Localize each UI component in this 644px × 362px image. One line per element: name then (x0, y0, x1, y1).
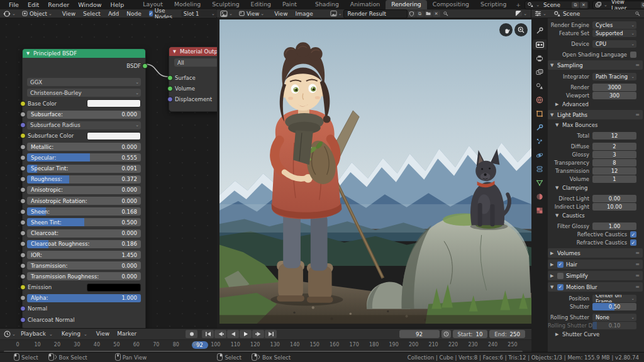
input-socket-gray[interactable] (20, 177, 26, 182)
output-target-row[interactable]: All (174, 58, 218, 67)
input-socket-gray[interactable] (20, 231, 26, 236)
slider-ior[interactable]: IOR:1.450 (27, 251, 141, 259)
material-output-node[interactable]: ▼ Material Output All SurfaceVolumeDispl… (169, 47, 218, 112)
slider-transmission[interactable]: Transmission:0.000 (27, 261, 141, 270)
field-rolling-shutter[interactable]: None⌄ (592, 314, 636, 321)
dropdown-subsurface-radius[interactable]: Subsurface Radius⌄ (27, 121, 141, 129)
input-socket-gray[interactable] (20, 295, 26, 301)
panel-motion-blur[interactable]: ▼✓Motion Blur≡ (548, 282, 643, 292)
render-result-view[interactable] (217, 18, 532, 328)
field-direct-light[interactable]: 0.00 (592, 195, 636, 202)
bsdf-node-header[interactable]: ▼ Principled BSDF (23, 49, 145, 58)
open-image-button[interactable] (425, 11, 432, 17)
image-datablock-icon[interactable] (330, 10, 337, 17)
prop-caustics[interactable]: ▼Caustics (548, 211, 644, 219)
tab-compositing[interactable]: Compositing (427, 0, 475, 9)
view-layer-selector[interactable]: ⌄ View Layer ⧉ (592, 1, 644, 9)
slider-clearcoat-roughness[interactable]: Clearcoat Roughness:0.186 (27, 240, 141, 248)
field-transparency[interactable]: 8 (592, 159, 636, 167)
panel-light-paths[interactable]: ▼Light Paths≡ (548, 110, 643, 119)
panel-menu-icon[interactable]: ≡ (635, 284, 640, 290)
new-image-button[interactable]: ⧉ (416, 11, 424, 17)
play-reverse-button[interactable] (227, 330, 239, 338)
bsdf-output-socket[interactable] (142, 63, 148, 69)
image-datablock[interactable]: Render Result (343, 9, 408, 18)
input-socket-gray[interactable] (20, 187, 26, 193)
input-socket-green[interactable] (167, 75, 173, 80)
checkbox[interactable]: ✓ (557, 261, 564, 268)
checkbox[interactable]: ✓ (557, 284, 564, 290)
field-render[interactable]: 3000 (592, 84, 636, 91)
pan-view-button[interactable] (499, 23, 513, 36)
tab-render[interactable] (533, 40, 547, 50)
shader-menu-add[interactable]: Add (104, 9, 123, 18)
input-socket-green[interactable] (167, 85, 173, 91)
timeline-menu-marker[interactable]: Marker (113, 329, 140, 339)
prop-shutter-curve[interactable]: ▶Shutter Curve (548, 330, 644, 338)
field-total[interactable]: 12 (592, 132, 636, 140)
timeline-editor-type-icon[interactable] (4, 331, 11, 337)
slider-specular-tint[interactable]: Specular Tint:0.091 (27, 165, 141, 173)
field-render-engine[interactable]: Cycles⌄ (592, 21, 636, 29)
collapse-arrow[interactable]: ▼ (550, 63, 555, 68)
shader-menu-select[interactable]: Select (79, 9, 104, 18)
tab-texture[interactable] (533, 206, 547, 216)
tab-world[interactable] (533, 95, 547, 105)
slot-dropdown[interactable]: Slot 1 ⌄ (181, 10, 219, 17)
tab-particles[interactable] (533, 136, 547, 146)
tab-physics[interactable] (533, 150, 547, 160)
input-socket-gray[interactable] (20, 241, 26, 247)
use-nodes-checkbox[interactable]: ✓ (149, 11, 153, 16)
slider-anisotropic-rotation[interactable]: Anisotropic Rotation:0.000 (27, 197, 141, 205)
principled-bsdf-node[interactable]: ▼ Principled BSDF BSDF GGX⌄Christensen-B… (22, 48, 146, 328)
menu-window[interactable]: Window (74, 0, 106, 9)
expand-arrow[interactable]: ▶ (550, 273, 555, 278)
field-volume[interactable]: 1 (592, 175, 636, 183)
tab-modifiers[interactable] (533, 123, 547, 133)
add-workspace-button[interactable]: + (512, 1, 525, 9)
fake-user-button[interactable] (408, 11, 416, 17)
input-socket-gray[interactable] (20, 198, 26, 204)
prop-advanced[interactable]: ▶Advanced (548, 100, 644, 108)
collapse-arrow[interactable]: ▼ (550, 112, 555, 118)
tab-object-data[interactable] (533, 178, 547, 188)
zoom-view-button[interactable] (514, 23, 528, 36)
field-glossy[interactable]: 3 (592, 151, 636, 158)
input-socket-gray[interactable] (20, 219, 26, 225)
tab-output[interactable] (533, 53, 547, 63)
use-preview-range-button[interactable] (441, 330, 451, 338)
collapse-arrow[interactable]: ▼ (555, 123, 560, 128)
tab-material[interactable] (533, 192, 547, 202)
start-frame-field[interactable]: Start: 10 (453, 330, 488, 338)
slider-subsurface[interactable]: Subsurface:0.000 (27, 111, 141, 119)
tab-constraints[interactable] (533, 164, 547, 174)
shader-node-canvas[interactable]: ▼ Principled BSDF BSDF GGX⌄Christensen-B… (0, 18, 218, 328)
properties-editor-type-icon[interactable] (535, 10, 541, 17)
timeline-menu-keying[interactable]: Keying ⌄ (58, 329, 92, 339)
panel-menu-icon[interactable]: ≡ (635, 112, 640, 118)
input-socket-yellow[interactable] (20, 101, 26, 106)
field-shutter[interactable]: 0.50 (592, 303, 636, 310)
tab-sculpting[interactable]: Sculpting (206, 0, 245, 9)
end-frame-field[interactable]: End: 250 (489, 330, 525, 338)
shader-menu-node[interactable]: Node (123, 9, 145, 18)
expand-arrow[interactable]: ▶ (555, 102, 560, 107)
tab-tool[interactable] (533, 26, 547, 36)
tab-animation[interactable]: Animation (345, 0, 386, 9)
image-mode-dropdown[interactable]: View ⌄ (236, 10, 268, 17)
slider-sheen-tint[interactable]: Sheen Tint:0.500 (27, 218, 141, 226)
collapse-arrow[interactable]: ▼ (550, 285, 555, 290)
field-device[interactable]: CPU⌄ (592, 40, 636, 48)
input-socket-gray[interactable] (20, 155, 26, 160)
slider-transmission-roughness[interactable]: Transmission Roughness:0.000 (27, 272, 141, 280)
input-socket-gray[interactable] (20, 209, 26, 214)
collapse-arrow[interactable]: ▼ (26, 51, 31, 56)
field-viewport[interactable]: 300 (592, 92, 636, 99)
jump-to-start-button[interactable] (202, 330, 214, 338)
expand-arrow[interactable]: ▶ (550, 251, 555, 256)
collapse-arrow[interactable]: ▼ (555, 213, 560, 218)
unlink-image-button[interactable]: ✕ (433, 11, 440, 17)
output-node-header[interactable]: ▼ Material Output (169, 47, 218, 56)
slider-alpha[interactable]: Alpha:1.000 (27, 294, 141, 302)
dropdown-ggx[interactable]: GGX⌄ (27, 78, 141, 86)
